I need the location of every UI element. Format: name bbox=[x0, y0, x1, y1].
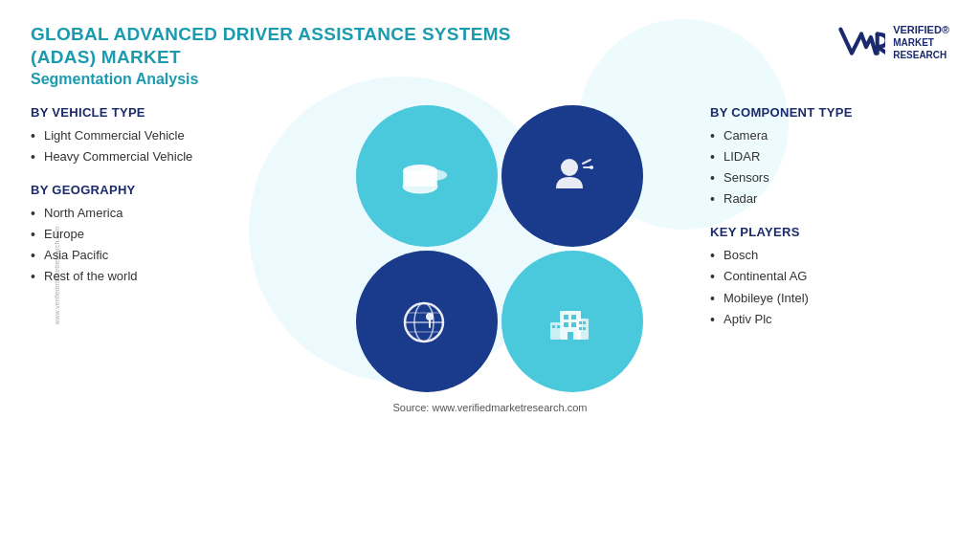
key-players-section: KEY PLAYERS Bosch Continental AG Mobiley… bbox=[710, 225, 949, 330]
vmr-logo-icon bbox=[837, 23, 885, 61]
svg-point-8 bbox=[561, 159, 578, 176]
vehicle-type-list: Light Commercial Vehicle Heavy Commercia… bbox=[31, 125, 308, 167]
list-item: Aptiv Plc bbox=[710, 309, 949, 330]
logo-area: VERIFIED® MARKET RESEARCH bbox=[837, 23, 949, 61]
left-column: BY VEHICLE TYPE Light Commercial Vehicle… bbox=[31, 105, 308, 392]
circle-globe bbox=[356, 251, 498, 392]
content-area: BY VEHICLE TYPE Light Commercial Vehicle… bbox=[31, 105, 949, 392]
list-item: Sensors bbox=[710, 167, 949, 188]
list-item: LIDAR bbox=[710, 146, 949, 167]
subtitle: Segmentation Analysis bbox=[31, 71, 511, 88]
vehicle-type-title: BY VEHICLE TYPE bbox=[31, 105, 308, 120]
right-column: BY COMPONENT TYPE Camera LIDAR Sensors R… bbox=[691, 105, 949, 392]
list-item: Light Commercial Vehicle bbox=[31, 125, 308, 146]
svg-rect-21 bbox=[571, 315, 576, 320]
list-item: Mobileye (Intel) bbox=[710, 288, 949, 309]
svg-rect-29 bbox=[583, 327, 586, 330]
geography-section: BY GEOGRAPHY North America Europe Asia P… bbox=[31, 183, 308, 288]
svg-rect-28 bbox=[579, 327, 582, 330]
svg-rect-27 bbox=[583, 321, 586, 324]
globe-map-icon bbox=[393, 288, 460, 355]
main-title: GLOBAL ADVANCED DRIVER ASSISTANCE SYSTEM… bbox=[31, 23, 511, 69]
person-sensor-icon bbox=[539, 143, 606, 209]
title-block: GLOBAL ADVANCED DRIVER ASSISTANCE SYSTEM… bbox=[31, 23, 511, 88]
svg-rect-30 bbox=[550, 322, 560, 340]
page-container: www.verifiedmarketresearch.com GLOBAL AD… bbox=[0, 0, 980, 551]
logo-text: VERIFIED® MARKET RESEARCH bbox=[893, 23, 949, 61]
vehicle-type-section: BY VEHICLE TYPE Light Commercial Vehicle… bbox=[31, 105, 308, 167]
list-item: Heavy Commercial Vehicle bbox=[31, 146, 308, 167]
svg-rect-20 bbox=[564, 315, 568, 320]
list-item: Continental AG bbox=[710, 266, 949, 287]
svg-rect-23 bbox=[571, 322, 576, 327]
list-item: Bosch bbox=[710, 245, 949, 266]
svg-rect-26 bbox=[579, 321, 582, 324]
svg-rect-31 bbox=[552, 325, 555, 328]
list-item: Asia Pacific bbox=[31, 245, 308, 266]
component-type-section: BY COMPONENT TYPE Camera LIDAR Sensors R… bbox=[710, 105, 949, 210]
source-text: Source: www.verifiedmarketresearch.com bbox=[31, 402, 949, 413]
geography-list: North America Europe Asia Pacific Rest o… bbox=[31, 203, 308, 288]
circles-grid bbox=[356, 105, 643, 392]
list-item: North America bbox=[31, 203, 308, 224]
svg-rect-24 bbox=[568, 332, 573, 340]
list-item: Radar bbox=[710, 188, 949, 209]
svg-point-17 bbox=[426, 313, 434, 320]
svg-rect-32 bbox=[557, 325, 560, 328]
svg-point-7 bbox=[416, 169, 447, 181]
svg-line-9 bbox=[583, 160, 590, 164]
component-type-title: BY COMPONENT TYPE bbox=[710, 105, 949, 120]
list-item: Rest of the world bbox=[31, 266, 308, 287]
svg-point-11 bbox=[590, 165, 593, 169]
component-type-list: Camera LIDAR Sensors Radar bbox=[710, 125, 949, 210]
center-circles bbox=[308, 105, 691, 392]
circle-vehicle bbox=[356, 105, 498, 247]
circle-person bbox=[501, 105, 643, 247]
list-item: Camera bbox=[710, 125, 949, 146]
list-item: Europe bbox=[31, 224, 308, 245]
vehicle-icon bbox=[393, 143, 460, 209]
key-players-title: KEY PLAYERS bbox=[710, 225, 949, 239]
circle-building bbox=[501, 251, 643, 392]
building-icon bbox=[539, 288, 606, 355]
key-players-list: Bosch Continental AG Mobileye (Intel) Ap… bbox=[710, 245, 949, 330]
geography-title: BY GEOGRAPHY bbox=[31, 183, 308, 197]
svg-rect-22 bbox=[564, 322, 568, 327]
header-section: GLOBAL ADVANCED DRIVER ASSISTANCE SYSTEM… bbox=[31, 23, 949, 88]
